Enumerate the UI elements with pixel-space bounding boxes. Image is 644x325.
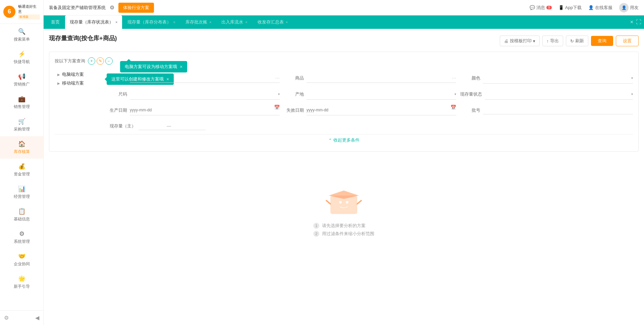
empty-step-2-text: 用过滤条件来缩小分析范围	[322, 231, 374, 237]
warehouse-dots-btn[interactable]: ···	[275, 75, 279, 81]
inventory-icon: 🏠	[18, 140, 25, 148]
size-dropdown-icon[interactable]: ▾	[278, 92, 280, 96]
sidebar-item-finance[interactable]: 💰 资金管理	[0, 159, 43, 181]
tab-close-icon[interactable]: ×	[115, 20, 117, 24]
tab-close-icon[interactable]: ×	[173, 20, 175, 24]
export-btn[interactable]: ↑ 导出	[542, 36, 564, 46]
template-print-btn[interactable]: 🖨 按模板打印 ▾	[500, 36, 540, 46]
marketing-icon: 📢	[18, 73, 25, 80]
tab-collect-summary[interactable]: 收发存汇总表 ×	[253, 15, 292, 29]
tabs-bar: 首页 现存量（库存状况表） × 现存量（库存分布表） × 库存批次账 × 出入库…	[44, 15, 644, 29]
plan-tooltip-close[interactable]: ×	[180, 64, 182, 69]
app-download-label: App下载	[565, 5, 582, 11]
quantity-main-min-input[interactable]	[139, 122, 165, 130]
tab-close-icon[interactable]: ×	[286, 20, 288, 24]
svg-point-1	[339, 201, 342, 204]
arrow-right-icon: ▶	[57, 82, 60, 85]
filter-label: 按以下方案查询	[55, 58, 85, 64]
empty-step-1-text: 请先选择要分析的方案	[322, 223, 366, 229]
notification-btn[interactable]: 💬 消息 9	[530, 5, 552, 11]
tab-batch-account[interactable]: 库存批次账 ×	[181, 15, 216, 29]
filter-back-btn[interactable]: ←	[105, 57, 113, 65]
produce-date-field: 生产日期 📅	[107, 105, 280, 115]
sidebar-item-label: 营销推广	[14, 82, 30, 87]
scheme-mobile-item[interactable]: ▶ 移动端方案	[55, 79, 102, 88]
sidebar-collapse-btn[interactable]: ◀	[35, 315, 39, 321]
produce-date-input[interactable]	[130, 106, 274, 114]
tab-close-all-btn[interactable]: ×	[630, 19, 633, 25]
goods-field: 商品 ···	[284, 73, 457, 84]
app-logo: 6 畅通道好生意 标准版	[0, 0, 43, 24]
sidebar-item-purchase[interactable]: 🛒 采购管理	[0, 114, 43, 136]
color-dropdown-icon[interactable]: ▾	[631, 76, 633, 80]
step-num-2: 2	[313, 231, 319, 237]
sidebar-item-search[interactable]: 🔍 搜索菜单	[0, 24, 43, 46]
top-header: 装备及固定资产辅助管理系统 ⚙ 体验行业方案 💬 消息 9 📱 App下载 👤 …	[44, 0, 644, 15]
sidebar-item-sales[interactable]: 💼 销售管理	[0, 91, 43, 114]
expire-date-calendar-icon[interactable]: 📅	[450, 105, 456, 110]
expire-date-input[interactable]	[307, 106, 451, 114]
sidebar-footer: ⚙ ◀	[0, 310, 43, 325]
online-support-btn[interactable]: 👤 在线客服	[588, 5, 612, 11]
sidebar-settings-btn[interactable]: ⚙	[4, 315, 9, 321]
online-support-label: 在线客服	[595, 5, 612, 11]
scheme-tree: ▶ 电脑端方案 ▶ 移动端方案 这里可以创建和修改方案哦 ×	[55, 70, 102, 130]
logo-badge: 标准版	[18, 14, 40, 19]
inventory-status-input[interactable]	[485, 90, 631, 98]
filter-edit-btn[interactable]: ✎	[97, 57, 104, 65]
sidebar-nav: 🔍 搜索菜单 ⚡ 快捷导航 📢 营销推广 💼 销售管理 🛒 采购管理 🏠	[0, 24, 43, 310]
empty-step-2: 2 用过滤条件来缩小分析范围	[313, 231, 374, 237]
query-btn[interactable]: 查询	[591, 36, 613, 46]
tab-fullscreen-btn[interactable]: ⛶	[636, 19, 641, 25]
empty-svg	[324, 184, 364, 217]
tab-inventory-dist[interactable]: 现存量（库存分布表） ×	[123, 15, 180, 29]
user-menu[interactable]: 👤 用友	[619, 3, 639, 12]
batch-input[interactable]	[483, 106, 633, 114]
tab-inventory-status[interactable]: 现存量（库存状况表） ×	[65, 15, 122, 29]
produce-date-calendar-icon[interactable]: 📅	[274, 105, 280, 110]
sidebar-item-basic[interactable]: 📋 基础信息	[0, 204, 43, 226]
tab-home[interactable]: 首页	[46, 16, 64, 28]
origin-dropdown-icon[interactable]: ▾	[454, 92, 456, 96]
sidebar-item-quicknav[interactable]: ⚡ 快捷导航	[0, 46, 43, 69]
origin-input[interactable]	[307, 90, 455, 98]
sidebar-item-marketing[interactable]: 📢 营销推广	[0, 69, 43, 91]
sidebar-item-label: 新手引导	[14, 284, 30, 289]
sidebar-item-guide[interactable]: 🌟 新手引导	[0, 271, 43, 293]
experience-btn[interactable]: 体验行业方案	[118, 3, 154, 13]
sidebar-item-operations[interactable]: 📊 经营管理	[0, 181, 43, 204]
goods-dots-btn[interactable]: ···	[452, 75, 456, 81]
app-download-icon: 📱	[558, 5, 564, 10]
sidebar-item-enterprise[interactable]: 🤝 企业协同	[0, 249, 43, 271]
page-title: 现存量查询(按仓库+商品)	[49, 34, 117, 42]
print-icon: 🖨	[504, 39, 508, 44]
tab-close-icon[interactable]: ×	[245, 20, 247, 24]
filter-area: 按以下方案查询 + ✎ ← 电脑方案可设为移动方案哦 ×	[49, 52, 639, 152]
sidebar-item-system[interactable]: ⚙ 系统管理	[0, 226, 43, 249]
quantity-main-max-input[interactable]	[172, 122, 199, 130]
tab-close-icon[interactable]: ×	[209, 20, 211, 24]
search-nav-icon: 🔍	[18, 28, 25, 35]
avatar: 👤	[619, 3, 629, 12]
set-btn[interactable]: 设置	[616, 36, 639, 46]
sidebar-item-inventory[interactable]: 🏠 库存核算	[0, 136, 43, 159]
tab-inout-flow[interactable]: 出入库流水 ×	[217, 15, 252, 29]
color-field: 颜色 ▾	[460, 73, 633, 84]
filter-row-1: 仓库 ··· 商品	[107, 70, 633, 86]
operations-icon: 📊	[18, 185, 25, 193]
scheme-desktop-item[interactable]: ▶ 电脑端方案	[55, 70, 102, 79]
notification-label: 消息	[536, 5, 545, 11]
color-input[interactable]	[483, 74, 631, 82]
app-download-btn[interactable]: 📱 App下载	[558, 5, 582, 11]
size-input[interactable]	[130, 90, 278, 98]
size-label: 尺码	[107, 91, 127, 97]
batch-label: 批号	[460, 107, 480, 113]
collapse-bar[interactable]: ⌃ 收起更多条件	[55, 134, 633, 146]
inv-status-dropdown-icon[interactable]: ▾	[631, 92, 633, 96]
quantity-main-label: 现存量（主）	[110, 123, 136, 129]
filter-add-btn[interactable]: +	[88, 57, 95, 65]
refresh-label: 刷新	[575, 38, 584, 44]
refresh-btn[interactable]: ↻ 刷新	[566, 36, 588, 46]
scheme-desktop-label: 电脑端方案	[62, 71, 84, 77]
header-settings-icon[interactable]: ⚙	[110, 4, 114, 11]
